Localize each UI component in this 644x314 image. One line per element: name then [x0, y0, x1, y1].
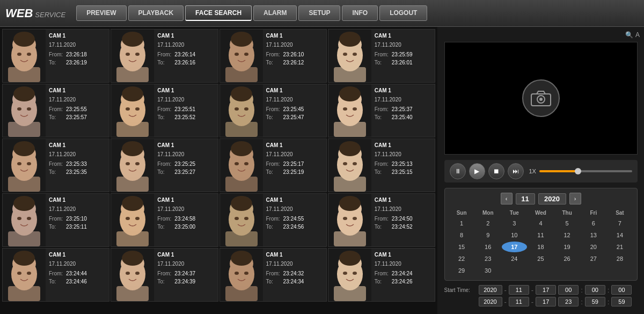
- cal-day-9[interactable]: 9: [475, 230, 501, 240]
- cal-day-5[interactable]: 5: [554, 218, 580, 229]
- face-cell[interactable]: CAM 1 17.11.2020 From: 23:26:18 To: 23:2…: [2, 29, 109, 83]
- nav-tab-info[interactable]: INFO: [342, 5, 378, 21]
- to-label: To:: [266, 59, 281, 67]
- face-cell[interactable]: CAM 1 17.11.2020 From: 23:25:45 To: 23:2…: [219, 84, 327, 137]
- nav-tab-logout[interactable]: LOGOUT: [379, 5, 427, 21]
- face-image: [328, 249, 371, 301]
- speed-label: 1X: [529, 168, 536, 174]
- end-sec-input[interactable]: [611, 297, 632, 306]
- cal-day-2[interactable]: 2: [475, 218, 501, 229]
- nav-tab-face-search[interactable]: FACE SEARCH: [185, 5, 252, 21]
- end-hour-input[interactable]: [558, 297, 579, 306]
- end-min-input[interactable]: [585, 297, 605, 306]
- face-cell[interactable]: CAM 1 17.11.2020 From: 23:24:58 To: 23:2…: [111, 193, 218, 247]
- cam-label: CAM 1: [49, 86, 87, 94]
- start-day-input[interactable]: [536, 285, 556, 295]
- svg-rect-6: [8, 67, 40, 82]
- cal-day-16[interactable]: 16: [475, 242, 501, 252]
- zoom-in-icon[interactable]: 🔍: [625, 31, 633, 39]
- cal-day-10[interactable]: 10: [502, 230, 527, 240]
- face-cell[interactable]: CAM 1 17.11.2020 From: 23:26:14 To: 23:2…: [111, 29, 218, 83]
- face-cell[interactable]: CAM 1 17.11.2020 From: 23:24:24 To: 23:2…: [328, 248, 435, 302]
- cal-day-29[interactable]: 29: [449, 265, 474, 276]
- prev-month-button[interactable]: ‹: [501, 193, 513, 205]
- start-time-label: Start Time:: [444, 287, 477, 293]
- face-cell[interactable]: CAM 1 17.11.2020 From: 23:24:37 To: 23:2…: [111, 248, 218, 302]
- stop-button[interactable]: ⏹: [488, 163, 504, 179]
- face-cell[interactable]: CAM 1 17.11.2020 From: 23:25:55 To: 23:2…: [2, 84, 109, 137]
- start-min-input[interactable]: [585, 285, 605, 295]
- pause-button[interactable]: ⏸: [450, 163, 466, 179]
- face-cell[interactable]: CAM 1 17.11.2020 From: 23:26:10 To: 23:2…: [219, 29, 327, 83]
- cal-day-25[interactable]: 25: [528, 253, 553, 264]
- from-label: From:: [266, 269, 281, 278]
- face-cell[interactable]: CAM 1 17.11.2020 From: 23:24:32 To: 23:2…: [219, 248, 327, 302]
- end-month-input[interactable]: [509, 297, 529, 306]
- nav-tab-playback[interactable]: PLAYBACK: [128, 5, 184, 21]
- cal-day-6[interactable]: 6: [581, 218, 606, 229]
- cal-day-30[interactable]: 30: [475, 265, 501, 276]
- month-input[interactable]: [516, 193, 535, 205]
- from-time: 23:25:51: [174, 105, 195, 113]
- svg-rect-27: [334, 67, 366, 82]
- start-month-input[interactable]: [509, 285, 529, 295]
- cal-day-4[interactable]: 4: [528, 218, 553, 229]
- day-header-thu: Thu: [554, 209, 580, 217]
- svg-point-102: [235, 217, 239, 220]
- cal-day-1[interactable]: 1: [449, 218, 474, 229]
- cal-day-22[interactable]: 22: [449, 253, 474, 264]
- face-cell[interactable]: CAM 1 17.11.2020 From: 23:25:51 To: 23:2…: [111, 84, 218, 137]
- cal-day-27[interactable]: 27: [581, 253, 606, 264]
- face-info: CAM 1 17.11.2020 From: 23:24:55 To: 23:2…: [263, 194, 308, 246]
- nav-tab-preview[interactable]: PREVIEW: [76, 5, 126, 21]
- cal-day-28[interactable]: 28: [607, 253, 632, 264]
- face-grid: CAM 1 17.11.2020 From: 23:26:18 To: 23:2…: [0, 27, 437, 314]
- cal-day-18[interactable]: 18: [528, 242, 553, 252]
- face-cell[interactable]: CAM 1 17.11.2020 From: 23:24:44 To: 23:2…: [2, 248, 109, 302]
- cal-day-19[interactable]: 19: [554, 242, 580, 252]
- speed-slider[interactable]: [539, 170, 632, 172]
- face-cell[interactable]: CAM 1 17.11.2020 From: 23:25:10 To: 23:2…: [2, 193, 109, 247]
- year-input[interactable]: [538, 193, 566, 205]
- next-frame-button[interactable]: ⏭: [508, 163, 524, 179]
- face-cell[interactable]: CAM 1 17.11.2020 From: 23:25:59 To: 23:2…: [328, 29, 435, 83]
- cal-day-13[interactable]: 13: [581, 230, 606, 240]
- nav-tab-alarm[interactable]: ALARM: [253, 5, 297, 21]
- next-month-button[interactable]: ›: [569, 193, 581, 205]
- cal-day-23[interactable]: 23: [475, 253, 501, 264]
- cal-day-8[interactable]: 8: [449, 230, 474, 240]
- from-time: 23:25:25: [174, 160, 195, 168]
- end-year-input[interactable]: [479, 297, 502, 306]
- face-cell[interactable]: CAM 1 17.11.2020 From: 23:25:25 To: 23:2…: [111, 138, 218, 192]
- cal-day-20[interactable]: 20: [581, 242, 606, 252]
- cal-day-15[interactable]: 15: [449, 242, 474, 252]
- cam-label: CAM 1: [49, 251, 87, 259]
- cal-day-21[interactable]: 21: [607, 242, 632, 252]
- face-cell[interactable]: CAM 1 17.11.2020 From: 23:24:55 To: 23:2…: [219, 193, 327, 247]
- face-cell[interactable]: CAM 1 17.11.2020 From: 23:25:17 To: 23:2…: [219, 138, 327, 192]
- start-sec-input[interactable]: [611, 285, 632, 295]
- day-header-wed: Wed: [528, 209, 553, 217]
- face-cell[interactable]: CAM 1 17.11.2020 From: 23:25:13 To: 23:2…: [328, 138, 435, 192]
- start-hour-input[interactable]: [558, 285, 579, 295]
- face-cell[interactable]: CAM 1 17.11.2020 From: 23:25:37 To: 23:2…: [328, 84, 435, 137]
- zoom-controls: 🔍 A: [625, 31, 640, 39]
- svg-point-116: [17, 272, 21, 275]
- cal-day-11[interactable]: 11: [528, 230, 553, 240]
- face-cell[interactable]: CAM 1 17.11.2020 From: 23:25:33 To: 23:2…: [2, 138, 109, 192]
- end-day-input[interactable]: [536, 297, 556, 306]
- cal-day-24[interactable]: 24: [502, 253, 527, 264]
- play-button[interactable]: ▶: [469, 163, 485, 179]
- to-label: To:: [375, 168, 390, 176]
- start-year-input[interactable]: [479, 285, 502, 295]
- nav-tab-setup[interactable]: SETUP: [298, 5, 340, 21]
- cal-day-7[interactable]: 7: [607, 218, 632, 229]
- cal-day-3[interactable]: 3: [502, 218, 527, 229]
- cal-day-26[interactable]: 26: [554, 253, 580, 264]
- zoom-out-icon[interactable]: A: [635, 31, 640, 39]
- cal-day-17[interactable]: 17: [502, 242, 527, 252]
- cal-day-14[interactable]: 14: [607, 230, 632, 240]
- cal-day-12[interactable]: 12: [554, 230, 580, 240]
- face-cell[interactable]: CAM 1 17.11.2020 From: 23:24:50 To: 23:2…: [328, 193, 435, 247]
- svg-rect-20: [225, 67, 258, 82]
